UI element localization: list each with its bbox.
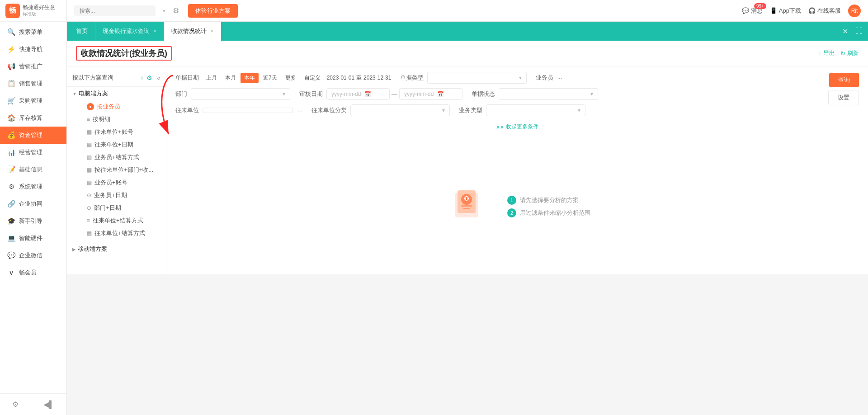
empty-step-2: 2 用过滤条件来缩小分析范围 [507,208,590,217]
staff-filter-cell: 业务员 ··· [536,74,562,82]
headset-icon: 🎧 [808,7,816,14]
scheme-item-icon-staff-acct: ▦ [87,179,92,186]
trial-button[interactable]: 体验行业方案 [188,4,238,18]
scheme-item-staff[interactable]: ● 按业务员 [76,100,166,113]
message-btn[interactable]: 💬 消息 99+ [742,7,763,15]
sidebar-item-finance[interactable]: 💰 资金管理 [0,127,66,144]
sidebar-item-label: 企业协同 [19,200,42,208]
tab-home[interactable]: 首页 [67,22,95,41]
date-tab-custom[interactable]: 自定义 [301,73,324,83]
sidebar-item-search[interactable]: 🔍 搜索菜单 [0,24,66,41]
export-label: 导出 [823,49,835,57]
scheme-item-icon-unit-acct: ▦ [87,129,92,135]
dept-filter-cell: 部门 ▾ [175,88,290,100]
sidebar-item-enterprise[interactable]: 🔗 企业协同 [0,195,66,212]
scheme-item-unit-dept[interactable]: ▦ 按往来单位+部门+收... [76,164,166,176]
export-button[interactable]: ↑ 导出 [819,49,835,57]
collapse-sidebar-icon[interactable]: ◀▌ [41,397,57,411]
sidebar-item-quicknav[interactable]: ⚡ 快捷导航 [0,41,66,58]
scheme-item-dept-date[interactable]: ⊙ 部门+日期 [76,202,166,214]
sidebar-item-basics[interactable]: 📝 基础信息 [0,161,66,178]
audit-date-start[interactable]: yyyy-mm-dd 📅 [326,88,390,100]
sidebar-item-guide[interactable]: 🎓 新手引导 [0,212,66,230]
scheme-header: 按以下方案查询 + ⚙ « [67,71,166,87]
category-select[interactable]: ▾ [350,104,450,116]
refresh-button[interactable]: ↻ 刷新 [840,49,859,57]
tab-fullscreen-icon[interactable]: ⛶ [854,25,864,37]
empty-hint-area: 1 请先选择要分析的方案 2 用过滤条件来缩小分析范围 [507,196,590,217]
sidebar-item-system[interactable]: ⚙ 系统管理 [0,178,66,195]
tab-receipts-label: 收款情况统计 [171,27,207,35]
scheme-item-staff-acct[interactable]: ▦ 业务员+账号 [76,176,166,189]
sidebar-item-operations[interactable]: 📊 经营管理 [0,144,66,161]
scheme-item-staff-settle[interactable]: ▥ 业务员+结算方式 [76,151,166,164]
empty-step-1: 1 请先选择要分析的方案 [507,196,579,205]
online-service-btn[interactable]: 🎧 在线客服 [808,7,841,15]
guide-icon: 🎓 [7,217,15,225]
scheme-item-unit-settle2[interactable]: ▦ 往来单位+结算方式 [76,227,166,240]
scheme-item-label: 部门+日期 [94,204,121,212]
settings-button[interactable]: 设置 [828,90,859,105]
scheme-settings-btn[interactable]: ⚙ [146,74,152,81]
query-button[interactable]: 查询 [829,73,859,87]
sidebar-item-sales[interactable]: 📋 销售管理 [0,75,66,92]
tab-receipts-close[interactable]: × [210,28,213,34]
scheme-item-unit-date[interactable]: ▦ 往来单位+日期 [76,138,166,151]
hardware-icon: 💻 [7,234,15,242]
scheme-collapse-btn[interactable]: « [157,74,160,81]
date-tab-lastmonth[interactable]: 上月 [203,73,221,83]
counterparty-more-btn[interactable]: ··· [297,107,302,114]
scheme-item-icon-dept-date: ⊙ [87,205,91,211]
collapse-more-btn[interactable]: ∧∧ 收起更多条件 [175,120,859,133]
tab-bar-actions: ✕ ⛶ [840,25,868,38]
bill-type-select[interactable]: ▾ [427,72,527,84]
scheme-add-btn[interactable]: + [140,74,144,81]
sidebar-item-hardware[interactable]: 💻 智能硬件 [0,230,66,247]
tab-cashflow-close[interactable]: × [153,28,156,34]
sidebar-item-inventory[interactable]: 🏠 库存核算 [0,109,66,127]
audit-date-filter-cell: 审核日期 yyyy-mm-dd 📅 — [299,88,462,100]
bill-status-select[interactable]: ▾ [499,88,598,100]
user-avatar[interactable]: Rit [848,5,861,17]
dept-select[interactable]: ▾ [191,88,290,100]
bill-status-dropdown-icon: ▾ [590,91,593,97]
scheme-item-detail[interactable]: ≡ 按明细 [76,113,166,126]
tab-receipts[interactable]: 收款情况统计 × [164,22,221,41]
counterparty-select[interactable] [203,108,293,113]
date-tab-thisyear[interactable]: 本年 [241,73,259,83]
sidebar-item-label: 采购管理 [19,97,42,105]
date-tab-more[interactable]: 更多 [282,73,300,83]
audit-date-end[interactable]: yyyy-mm-dd 📅 [399,88,462,100]
system-icon: ⚙ [7,183,15,191]
scheme-item-unit-settle1[interactable]: ≡ 往来单位+结算方式 [76,214,166,227]
top-settings-icon[interactable]: ⚙ [173,6,179,15]
sidebar-item-member[interactable]: V 畅会员 [0,264,66,281]
page-content: 收款情况统计(按业务员) ↑ 导出 ↻ 刷新 按以下 [67,41,868,415]
svg-rect-6 [466,197,467,200]
sidebar-item-marketing[interactable]: 📢 营销推广 [0,58,66,75]
scheme-group-desktop[interactable]: ▼ 电脑端方案 [67,87,166,100]
scheme-item-icon-unit-date: ▦ [87,141,92,148]
bill-status-filter-cell: 单据状态 ▾ [472,88,598,100]
tab-close-all-icon[interactable]: ✕ [840,25,850,38]
sidebar-item-label: 畅会员 [19,269,37,277]
tab-bar: 首页 现金银行流水查询 × 收款情况统计 × ✕ ⛶ [67,22,868,41]
tab-cashflow[interactable]: 现金银行流水查询 × [95,22,164,41]
app-download-btn[interactable]: 📱 App下载 [770,7,801,15]
biz-type-select[interactable]: ▾ [486,104,585,116]
settings-bottom-icon[interactable]: ⚙ [9,397,21,411]
staff-value: ··· [557,75,562,81]
scheme-item-staff-date[interactable]: ⊙ 业务员+日期 [76,189,166,202]
date-tab-thismonth[interactable]: 本月 [222,73,240,83]
search-icon: 🔍 [7,28,15,36]
sidebar-item-wechat[interactable]: 💬 企业微信 [0,247,66,264]
bill-status-label: 单据状态 [472,90,495,98]
date-tab-7days[interactable]: 近7天 [259,73,281,83]
scheme-item-unit-acct[interactable]: ▦ 往来单位+账号 [76,126,166,138]
staff-more-btn[interactable]: ··· [557,75,562,81]
sidebar-item-purchase[interactable]: 🛒 采购管理 [0,92,66,109]
dropdown-icon[interactable]: ▾ [163,8,165,14]
scheme-group-mobile[interactable]: ▶ 移动端方案 [67,242,166,256]
inventory-icon: 🏠 [7,114,15,122]
top-search-input[interactable] [74,5,156,16]
